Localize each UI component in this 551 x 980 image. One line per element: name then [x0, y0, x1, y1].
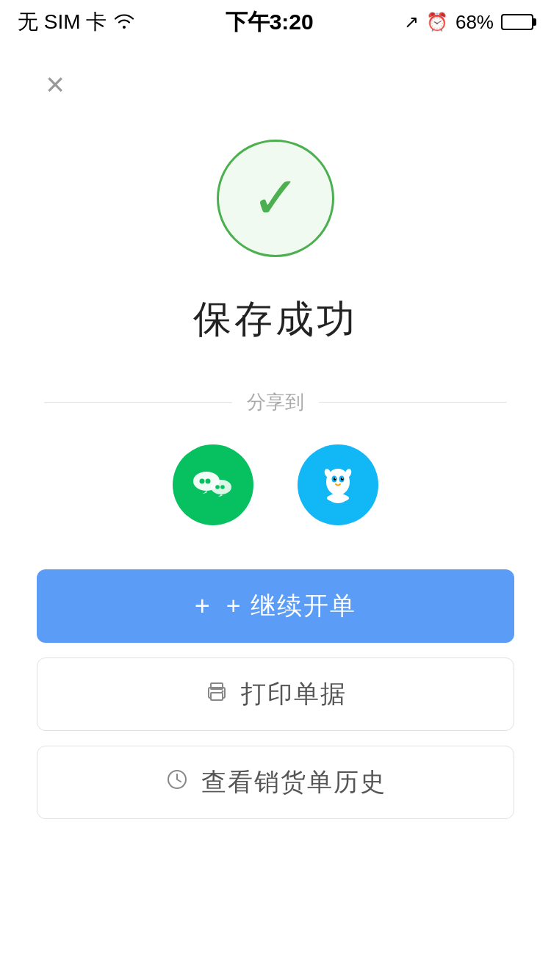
divider-right	[319, 402, 507, 403]
divider-left	[44, 402, 232, 403]
close-area: ×	[0, 44, 551, 110]
svg-point-1	[200, 479, 205, 484]
battery-percent: 68%	[455, 11, 494, 34]
plus-icon: +	[195, 591, 212, 621]
close-icon: ×	[46, 68, 65, 101]
share-icons	[44, 444, 507, 525]
qq-icon	[314, 461, 361, 508]
wifi-icon	[114, 10, 134, 34]
svg-point-14	[335, 478, 336, 479]
actions-section: + + 继续开单 打印单据 查看销货单历史	[0, 569, 551, 819]
status-right: ↗ ⏰ 68%	[404, 11, 533, 34]
svg-point-8	[327, 495, 337, 501]
share-divider: 分享到	[44, 389, 507, 415]
success-title: 保存成功	[193, 294, 358, 345]
svg-rect-20	[211, 693, 223, 700]
svg-point-12	[334, 478, 336, 480]
battery-icon	[501, 14, 533, 30]
wechat-share-button[interactable]	[173, 444, 253, 525]
history-label: 查看销货单历史	[201, 765, 386, 799]
success-circle: ✓	[217, 140, 334, 257]
continue-order-button[interactable]: + + 继续开单	[37, 569, 514, 643]
qq-share-button[interactable]	[298, 444, 378, 525]
history-button[interactable]: 查看销货单历史	[37, 746, 514, 819]
continue-order-label: + 继续开单	[226, 589, 356, 623]
print-label: 打印单据	[241, 677, 347, 711]
success-section: ✓ 保存成功	[0, 110, 551, 367]
checkmark-icon: ✓	[251, 169, 300, 228]
svg-point-9	[339, 495, 349, 501]
history-icon	[165, 767, 190, 798]
svg-point-2	[206, 479, 211, 484]
svg-point-13	[341, 478, 344, 480]
status-left: 无 SIM 卡	[18, 8, 134, 36]
status-bar: 无 SIM 卡 下午3:20 ↗ ⏰ 68%	[0, 0, 551, 44]
svg-point-21	[222, 691, 224, 693]
share-section: 分享到	[44, 389, 507, 569]
close-button[interactable]: ×	[37, 66, 73, 103]
print-button[interactable]: 打印单据	[37, 657, 514, 731]
svg-point-4	[215, 485, 220, 489]
share-label: 分享到	[247, 389, 304, 415]
svg-point-5	[220, 485, 225, 489]
no-sim-label: 无 SIM 卡	[18, 8, 107, 36]
status-time: 下午3:20	[226, 7, 314, 37]
svg-point-15	[342, 478, 344, 479]
print-icon	[204, 679, 229, 710]
wechat-icon	[187, 459, 239, 511]
alarm-icon: ⏰	[426, 12, 448, 32]
location-icon: ↗	[404, 12, 419, 32]
